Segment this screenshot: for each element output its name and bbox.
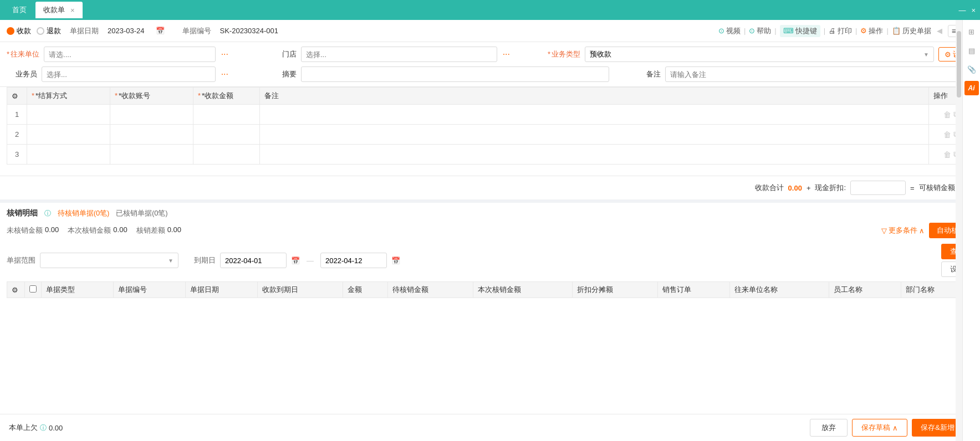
row-2-num: 2	[7, 125, 27, 145]
doc-num-header: 单据编号	[113, 282, 185, 298]
radio-refund[interactable]: 退款	[37, 26, 61, 36]
chevron-down-icon: ▼	[923, 52, 929, 58]
sidebar-document-icon[interactable]: ▤	[964, 43, 979, 58]
date-cal-to-icon[interactable]: 📅	[391, 257, 400, 265]
pending-tab[interactable]: 待核销单据(0笔)	[58, 208, 109, 218]
date-to-input[interactable]	[320, 253, 387, 268]
table-footer: 收款合计 0.00 + 现金折扣: = 可核销金额 0.00	[0, 176, 980, 199]
tool-video[interactable]: ⊙ 视频	[718, 26, 741, 36]
save-draft-button[interactable]: 保存草稿 ∧	[852, 419, 907, 437]
discount-label: 现金折扣:	[815, 183, 846, 193]
date-calendar-icon[interactable]: 📅	[156, 27, 165, 35]
discount-header: 折扣分摊额	[573, 282, 658, 298]
row-2-delete-icon[interactable]: 🗑	[943, 130, 951, 139]
form-fields: *往来单位 ··· 门店 ··· *业务类型 预收款 ▼	[0, 42, 980, 87]
remark-input[interactable]	[665, 66, 973, 82]
done-label: 已核销单据	[116, 209, 152, 217]
sidebar-attachment-icon[interactable]: 📎	[964, 62, 979, 76]
row-3-account[interactable]	[110, 145, 193, 165]
counterparty-input[interactable]	[44, 47, 216, 62]
row-2-account[interactable]	[110, 125, 193, 145]
date-value: 2023-03-24	[108, 27, 145, 35]
range-select[interactable]: ▼	[40, 253, 178, 268]
diff-value: 0.00	[167, 225, 181, 235]
filter-icon: ▽	[881, 227, 887, 235]
info-icon[interactable]: ⓘ	[40, 423, 47, 433]
summary-input[interactable]	[301, 66, 609, 82]
window-minimize[interactable]: —	[958, 6, 966, 14]
business-type-section: *业务类型 预收款 ▼ ⚙ 设置	[548, 47, 973, 62]
equals-label: =	[910, 184, 915, 192]
business-type-label: *业务类型	[548, 49, 580, 59]
tool-shortcut[interactable]: ⌨ 快捷键	[780, 25, 820, 37]
more-filter-btn[interactable]: ▽ 更多条件 ∧	[881, 225, 925, 235]
history-icon: 📋	[892, 27, 901, 35]
range-chevron-icon: ▼	[168, 258, 173, 264]
row-1-remark[interactable]	[260, 105, 929, 125]
nav-tab-home[interactable]: 首页	[4, 2, 34, 18]
window-controls: — ×	[958, 6, 976, 14]
sidebar-table-icon[interactable]: ⊞	[964, 24, 979, 39]
sales-rep-input[interactable]	[42, 66, 216, 82]
row-3-amount[interactable]	[193, 145, 260, 165]
receipts-table: ⚙ **结算方式 **收款账号 **收款金额 备注 操作	[7, 87, 973, 165]
tool-operation[interactable]: ⚙ 操作	[860, 26, 883, 36]
radio-receipt[interactable]: 收款	[7, 26, 31, 36]
row-2-amount[interactable]	[193, 125, 260, 145]
counterparty-more-icon[interactable]: ···	[221, 49, 228, 59]
row-2-remark[interactable]	[260, 125, 929, 145]
tool-print[interactable]: 🖨 打印	[829, 26, 852, 36]
receipts-table-wrapper: ⚙ **结算方式 **收款账号 **收款金额 备注 操作	[0, 87, 980, 176]
select-all-checkbox[interactable]	[29, 285, 37, 293]
reconcile-section: 核销明细 ⓘ 待核销单据(0笔) 已核销单据(0笔) 未核销金额 0.00 本次…	[0, 199, 980, 414]
diff-label: 核销差额	[136, 225, 165, 235]
pending-label: 待核销单据	[58, 209, 94, 217]
done-tab[interactable]: 已核销单据(0笔)	[116, 208, 167, 218]
sales-order-header: 销售订单	[658, 282, 730, 298]
row-1-amount[interactable]	[193, 105, 260, 125]
sales-rep-more-icon[interactable]: ···	[221, 69, 228, 79]
sidebar-ai-icon[interactable]: Ai	[964, 81, 979, 95]
range-label: 单据范围	[7, 255, 35, 265]
receipt-tab-close[interactable]: ×	[70, 6, 75, 14]
tool-help[interactable]: ⊙ 帮助	[749, 26, 771, 36]
draft-chevron-icon: ∧	[892, 424, 898, 432]
reconcile-table: ⚙ 单据类型 单据编号 单据日期 收款到期日 金额 待核销金额 本次核销金额 折…	[7, 281, 973, 298]
row-1-num: 1	[7, 105, 27, 125]
date-from-input[interactable]	[220, 253, 287, 268]
reconcile-info-icon[interactable]: ⓘ	[44, 209, 51, 218]
row-2-settlement[interactable]	[27, 125, 110, 145]
doc-number-value: SK-20230324-001	[220, 27, 279, 35]
row-3-settlement[interactable]	[27, 145, 110, 165]
row-1-settlement[interactable]	[27, 105, 110, 125]
scrollbar-thumb[interactable]	[957, 31, 961, 98]
row-1-account[interactable]	[110, 105, 193, 125]
video-icon: ⊙	[718, 27, 724, 35]
abandon-button[interactable]: 放弃	[810, 419, 848, 437]
row-3-delete-icon[interactable]: 🗑	[943, 150, 951, 159]
reconcile-check-header[interactable]	[25, 282, 42, 298]
stat-diff: 核销差额 0.00	[136, 225, 181, 235]
tool-history[interactable]: 📋 历史单据	[892, 26, 931, 36]
row-1-delete-icon[interactable]: 🗑	[943, 110, 951, 119]
scrollbar-area[interactable]	[956, 20, 962, 441]
nav-left-arrow[interactable]: ◀	[935, 27, 945, 35]
window-close[interactable]: ×	[971, 6, 976, 14]
row-3-remark[interactable]	[260, 145, 929, 165]
shop-input[interactable]	[301, 47, 497, 62]
discount-input[interactable]	[850, 181, 906, 195]
nav-tab-receipt[interactable]: 收款单 ×	[35, 2, 83, 18]
date-cal-from-icon[interactable]: 📅	[291, 257, 300, 265]
table-row: 3 🗑 ⧉	[7, 145, 973, 165]
table-settings-header[interactable]: ⚙	[7, 88, 27, 105]
total-value: 0.00	[788, 184, 802, 192]
shop-label: 门店	[266, 49, 297, 59]
radio-refund-dot	[37, 27, 44, 35]
shop-more-icon[interactable]: ···	[503, 49, 510, 59]
reconcile-gear-header[interactable]: ⚙	[7, 282, 25, 298]
counterparty-label: *往来单位	[7, 49, 39, 59]
total-label: 收款合计	[755, 183, 784, 193]
employee-header: 员工名称	[829, 282, 901, 298]
business-type-select[interactable]: 预收款 ▼	[585, 47, 934, 62]
receipt-tab-label: 收款单	[43, 5, 65, 15]
